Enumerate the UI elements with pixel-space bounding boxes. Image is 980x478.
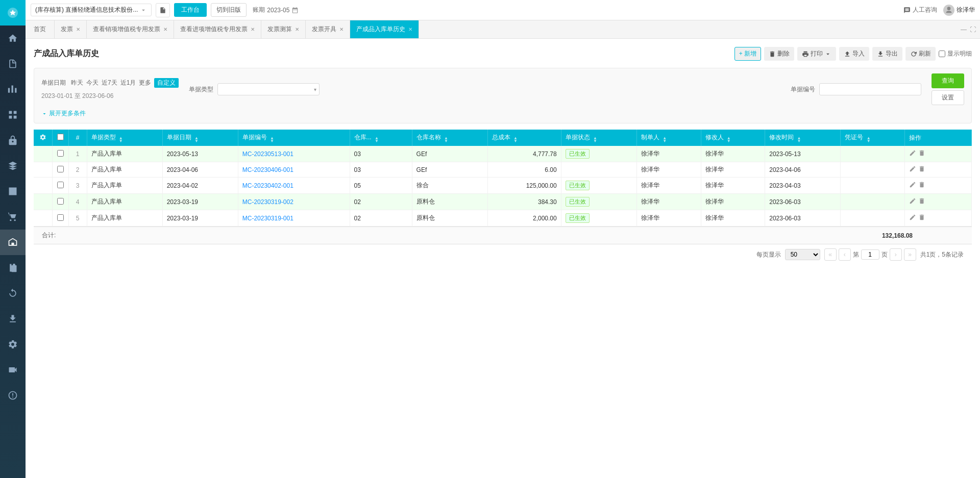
sidebar-item-download[interactable] [0,306,26,332]
sidebar-item-chart[interactable] [0,77,26,102]
sidebar-item-lock[interactable] [0,128,26,153]
row-number[interactable]: MC-20230319-002 [238,194,350,210]
display-checkbox[interactable] [939,51,945,57]
doc-icon-button[interactable] [156,3,170,17]
query-button[interactable]: 查询 [932,73,964,88]
tab-sales-vat[interactable]: 查看销项增值税专用发票 ✕ [87,20,174,38]
display-toggle[interactable]: 显示明细 [939,49,972,58]
tab-minimize-icon[interactable]: — [961,26,967,33]
export-button[interactable]: 导出 [872,47,902,61]
expand-button[interactable]: 展开更多条件 [41,109,964,118]
shortcut-more[interactable]: 更多 [139,79,151,87]
select-all-checkbox[interactable] [57,134,64,140]
row-number[interactable]: MC-20230513-001 [238,146,350,162]
tab-history[interactable]: 产成品入库单历史 ✕ [350,20,419,38]
app-logo[interactable] [0,0,26,26]
print-button[interactable]: 打印 [797,47,836,61]
prev-page-button[interactable]: ‹ [839,248,851,261]
row-checkbox[interactable] [52,162,68,178]
tab-purchase-vat-close[interactable]: ✕ [251,27,255,32]
tab-issue-close[interactable]: ✕ [339,27,344,32]
tab-home[interactable]: 首页 [26,20,55,38]
company-selector[interactable]: (库存核算) 直播轻绕通信息技术股份... [31,4,152,16]
row-delete-icon[interactable] [918,165,925,174]
row-edit-icon[interactable] [909,197,916,206]
row-checkbox[interactable] [52,210,68,227]
workbench-button[interactable]: 工作台 [174,3,207,17]
tab-invoice-close[interactable]: ✕ [76,27,80,32]
type-select[interactable] [217,83,320,95]
sidebar-item-grid[interactable] [0,102,26,128]
th-checkbox[interactable] [52,130,68,146]
th-warehouse-name[interactable]: 仓库名称 ▲▼ [412,130,487,146]
row-edit-icon[interactable] [909,214,916,222]
new-button[interactable]: + 新增 [734,47,761,61]
shortcut-custom[interactable]: 自定义 [154,78,179,88]
sidebar-item-settings[interactable] [0,332,26,357]
tab-sales-vat-close[interactable]: ✕ [163,27,167,32]
sidebar-item-layers[interactable] [0,153,26,179]
th-modifier[interactable]: 修改人 ▲▼ [701,130,765,146]
th-number[interactable]: 单据编号 ▲▼ [238,130,350,146]
last-page-button[interactable]: » [904,248,916,261]
th-total-cost[interactable]: 总成本 ▲▼ [487,130,561,146]
user-info[interactable]: 徐泽华 [943,5,975,16]
row-checkbox[interactable] [52,194,68,210]
page-input[interactable] [861,249,879,260]
shortcut-1month[interactable]: 近1月 [120,79,136,87]
row-select-checkbox[interactable] [57,182,64,188]
delete-button[interactable]: 删除 [764,47,794,61]
sidebar-item-home[interactable] [0,26,26,51]
row-delete-icon[interactable] [918,214,925,222]
row-delete-icon[interactable] [918,197,925,206]
th-status[interactable]: 单据状态 ▲▼ [561,130,636,146]
sidebar-item-warehouse[interactable] [0,230,26,255]
sidebar-item-document[interactable] [0,51,26,77]
row-checkbox[interactable] [52,178,68,194]
row-number[interactable]: MC-20230406-001 [238,162,350,178]
row-edit-icon[interactable] [909,165,916,174]
row-select-checkbox[interactable] [57,214,64,221]
row-select-checkbox[interactable] [57,150,64,157]
refresh-button[interactable]: 刷新 [905,47,936,61]
sidebar-item-video[interactable] [0,357,26,383]
service-button[interactable]: 人工咨询 [903,6,937,14]
row-select-checkbox[interactable] [57,198,64,205]
import-button[interactable]: 导入 [839,47,869,61]
sidebar-item-loop[interactable] [0,281,26,306]
tab-purchase-vat[interactable]: 查看进项增值税专用发票 ✕ [174,20,261,38]
tab-calc-close[interactable]: ✕ [295,27,299,32]
row-delete-icon[interactable] [918,149,925,158]
row-number[interactable]: MC-20230402-001 [238,178,350,194]
sidebar-item-version[interactable] [0,383,26,408]
number-input[interactable] [819,83,921,95]
row-edit-icon[interactable] [909,181,916,190]
tab-issue[interactable]: 发票开具 ✕ [306,20,350,38]
sidebar-item-production[interactable] [0,255,26,281]
sidebar-item-shopping[interactable] [0,204,26,230]
shortcut-yesterday[interactable]: 昨天 [71,79,83,87]
th-settings[interactable] [34,130,52,146]
th-voucher[interactable]: 凭证号 ▲▼ [841,130,905,146]
row-select-checkbox[interactable] [57,166,64,172]
th-date[interactable]: 单据日期 ▲▼ [162,130,238,146]
row-number[interactable]: MC-20230319-001 [238,210,350,227]
th-warehouse-code[interactable]: 仓库... ▲▼ [350,130,412,146]
row-checkbox[interactable] [52,146,68,162]
tab-invoice[interactable]: 发票 ✕ [55,20,87,38]
sidebar-item-table[interactable] [0,179,26,204]
switch-version-button[interactable]: 切到旧版 [211,3,247,17]
next-page-button[interactable]: › [890,248,902,261]
th-creator[interactable]: 制单人 ▲▼ [636,130,701,146]
per-page-select[interactable]: 50 100 200 [785,249,820,260]
set-button[interactable]: 设置 [932,90,964,105]
tab-maximize-icon[interactable]: ⛶ [970,26,976,33]
th-modify-time[interactable]: 修改时间 ▲▼ [765,130,841,146]
tab-calc[interactable]: 发票测算 ✕ [261,20,306,38]
th-type[interactable]: 单据类型 ▲▼ [87,130,162,146]
shortcut-today[interactable]: 今天 [86,79,99,87]
first-page-button[interactable]: « [824,248,837,261]
shortcut-7days[interactable]: 近7天 [102,79,117,87]
tab-history-close[interactable]: ✕ [408,27,412,32]
row-delete-icon[interactable] [918,181,925,190]
